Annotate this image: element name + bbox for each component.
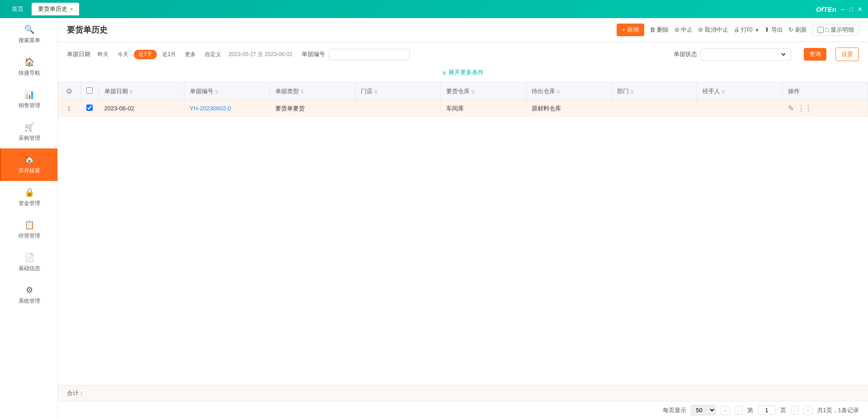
maximize-btn[interactable]: □ <box>849 6 853 13</box>
edit-button[interactable]: ✎ <box>788 104 794 113</box>
tab-requisition-history[interactable]: 要货单历史 × <box>32 3 79 15</box>
stop-button[interactable]: ⊘ 中止 <box>675 26 693 34</box>
operation-buttons: ✎ ⋮⋮ <box>788 104 862 113</box>
col-doc-date[interactable]: 单据日期 ⇅ <box>99 82 184 100</box>
row-req-warehouse: 车间库 <box>440 100 526 117</box>
col-department-sort-icon[interactable]: ⇅ <box>630 89 634 94</box>
sidebar-item-inventory[interactable]: 🏠 库存核算 <box>0 148 57 181</box>
row-department <box>611 100 697 117</box>
print-dropdown-icon[interactable]: ▼ <box>755 28 759 33</box>
row-doc-date: 2023-06-02 <box>99 100 184 117</box>
export-button[interactable]: ⬆ 导出 <box>764 26 783 34</box>
date-btn-last7days[interactable]: 近7天 <box>134 50 157 59</box>
settings-button[interactable]: 设置 <box>835 48 859 61</box>
query-button[interactable]: 查询 <box>804 48 826 61</box>
next-page-button[interactable]: › <box>791 406 799 415</box>
refresh-button[interactable]: ↻ 刷新 <box>788 26 807 34</box>
tab-requisition-history-label: 要货单历史 <box>38 5 67 13</box>
col-settings[interactable]: ⚙ <box>58 82 80 100</box>
col-doc-number[interactable]: 单据编号 ⇅ <box>184 82 269 100</box>
main-layout: 🔍 搜索菜单 🏠 快捷导航 📊 销售管理 🛒 采购管理 🏠 库存核算 🔒 资金管… <box>0 18 868 419</box>
new-button[interactable]: + 新增 <box>617 24 644 36</box>
col-req-warehouse[interactable]: 要货仓库 ⇅ <box>440 82 526 100</box>
status-filter-group: 单据状态 <box>674 48 791 61</box>
row-select-checkbox[interactable] <box>86 105 93 111</box>
table-footer: 合计： <box>58 385 868 401</box>
col-doc-type-sort-icon[interactable]: ⇅ <box>300 89 304 94</box>
col-handler-sort-icon[interactable]: ⇅ <box>722 89 725 94</box>
total-info: 共1页，1条记录 <box>817 406 859 414</box>
row-store <box>355 100 440 117</box>
sidebar-item-system-mgmt-label: 系统管理 <box>19 297 40 305</box>
per-page-select[interactable]: 10 20 50 100 <box>691 405 716 415</box>
sidebar-item-operation-mgmt[interactable]: 📋 经营管理 <box>0 214 57 246</box>
more-button[interactable]: ⋮⋮ <box>797 104 812 113</box>
col-doc-date-sort-icon[interactable]: ⇅ <box>129 89 133 94</box>
sidebar-item-quick-nav[interactable]: 🏠 快捷导航 <box>0 51 57 83</box>
date-btn-yesterday[interactable]: 昨天 <box>94 50 112 59</box>
per-page-label: 每页显示 <box>663 406 686 414</box>
sidebar-item-search-menu[interactable]: 🔍 搜索菜单 <box>0 18 57 51</box>
sidebar-item-sales-mgmt-label: 销售管理 <box>19 102 40 110</box>
sidebar-item-sales-mgmt[interactable]: 📊 销售管理 <box>0 83 57 116</box>
col-store-label: 门店 <box>361 88 373 95</box>
status-select[interactable] <box>705 51 787 58</box>
display-detail-button[interactable]: □ 显示明细 <box>812 24 859 36</box>
window-close-btn[interactable]: ✕ <box>858 6 863 13</box>
sidebar-item-finance-mgmt-label: 资金管理 <box>19 200 40 207</box>
row-index: 1 <box>58 100 80 117</box>
system-mgmt-icon: ⚙ <box>26 285 33 295</box>
date-filter-group: 单据日期 昨天 今天 近7天 近1月 更多 自定义 2023-05-27 至 2… <box>67 50 292 59</box>
summary-label: 合计： <box>67 390 85 396</box>
cancel-stop-button[interactable]: ⊘ 取消中止 <box>698 26 728 34</box>
inventory-icon: 🏠 <box>24 155 34 165</box>
tab-home[interactable]: 首页 <box>5 3 30 15</box>
sidebar-item-finance-mgmt[interactable]: 🔒 资金管理 <box>0 181 57 214</box>
page-input[interactable] <box>758 405 776 415</box>
col-store-sort-icon[interactable]: ⇅ <box>374 89 377 94</box>
doc-number-link[interactable]: YH-20230602-0 <box>190 105 231 112</box>
date-btn-more[interactable]: 更多 <box>181 50 199 59</box>
delete-button[interactable]: 🗑 删除 <box>650 26 669 34</box>
col-pending-warehouse-sort-icon[interactable]: ⇅ <box>557 89 560 94</box>
col-doc-type[interactable]: 单据类型 ⇅ <box>269 82 355 100</box>
sidebar-item-purchase-mgmt[interactable]: 🛒 采购管理 <box>0 116 57 148</box>
select-all-checkbox[interactable] <box>86 87 93 94</box>
print-button[interactable]: 🖨 打印 ▼ <box>734 26 760 34</box>
sales-mgmt-icon: 📊 <box>24 90 34 100</box>
filter-area: 单据日期 昨天 今天 近7天 近1月 更多 自定义 2023-05-27 至 2… <box>58 42 868 82</box>
sidebar-item-operation-mgmt-label: 经营管理 <box>19 232 40 240</box>
tab-close-icon[interactable]: × <box>70 6 73 12</box>
expand-more-button[interactable]: ∨ 展开更多条件 <box>442 68 484 76</box>
col-handler[interactable]: 经手人 ⇅ <box>697 82 782 100</box>
minimize-btn[interactable]: ─ <box>841 6 845 13</box>
col-req-warehouse-sort-icon[interactable]: ⇅ <box>471 89 475 94</box>
table-wrapper: ⚙ 单据日期 ⇅ 单据编号 ⇅ <box>58 82 868 385</box>
sidebar-item-system-mgmt[interactable]: ⚙ 系统管理 <box>0 279 57 311</box>
display-detail-checkbox[interactable] <box>817 27 824 33</box>
date-btn-custom[interactable]: 自定义 <box>201 50 225 59</box>
doc-number-label: 单据编号 <box>302 50 325 58</box>
date-filter-label: 单据日期 <box>67 50 90 58</box>
prev-page-button[interactable]: ‹ <box>735 406 743 415</box>
col-req-warehouse-label: 要货仓库 <box>446 88 470 95</box>
table-settings-icon[interactable]: ⚙ <box>66 87 72 95</box>
col-doc-date-label: 单据日期 <box>104 88 128 95</box>
last-page-button[interactable]: » <box>803 406 813 415</box>
date-btn-last1month[interactable]: 近1月 <box>159 50 180 59</box>
col-department[interactable]: 部门 ⇅ <box>611 82 697 100</box>
row-doc-number[interactable]: YH-20230602-0 <box>184 100 269 117</box>
col-store[interactable]: 门店 ⇅ <box>355 82 440 100</box>
sidebar-item-basic-info[interactable]: 📄 基础信息 <box>0 246 57 279</box>
page-suffix: 页 <box>780 406 786 414</box>
table-row[interactable]: 1 2023-06-02 YH-20230602-0 要货单要货 车间库 原材料… <box>58 100 868 117</box>
status-select-wrapper[interactable] <box>701 48 791 61</box>
col-doc-number-sort-icon[interactable]: ⇅ <box>215 89 218 94</box>
col-operation-label: 操作 <box>788 88 800 95</box>
first-page-button[interactable]: « <box>721 406 730 415</box>
doc-number-input[interactable] <box>329 49 410 60</box>
row-checkbox[interactable] <box>80 100 99 117</box>
date-btn-today[interactable]: 今天 <box>114 50 132 59</box>
col-department-label: 部门 <box>617 88 629 95</box>
col-pending-warehouse[interactable]: 待出仓库 ⇅ <box>526 82 611 100</box>
